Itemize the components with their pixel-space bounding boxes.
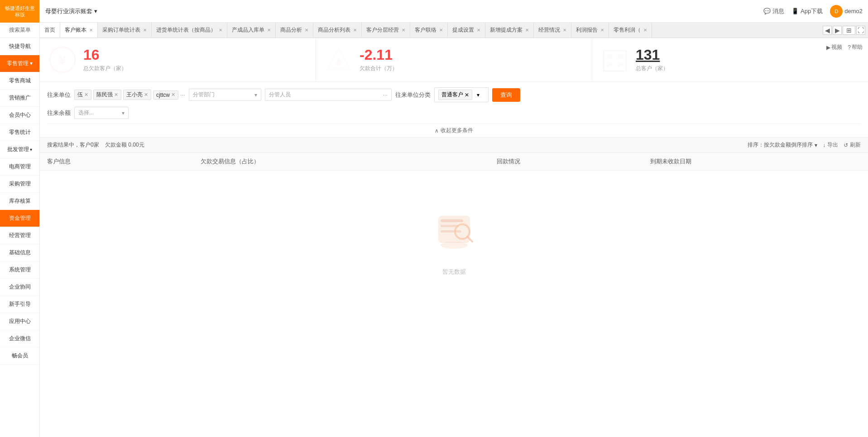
svg-rect-7	[607, 62, 612, 66]
tab-expand-button[interactable]: ⊞	[843, 26, 855, 35]
tab-product-list[interactable]: 商品分析列表 ✕	[313, 23, 362, 38]
query-button[interactable]: 查询	[492, 88, 520, 102]
stat-icon-building	[601, 46, 628, 73]
tab-close-icon[interactable]: ✕	[477, 28, 480, 33]
more-tags-btn[interactable]: ···	[180, 91, 185, 98]
refresh-button[interactable]: ↺ 刷新	[844, 141, 861, 149]
tab-retail-profit[interactable]: 零售利润（ ✕	[609, 23, 652, 38]
col-due-date: 到期未收款日期	[643, 153, 868, 171]
tab-close-icon[interactable]: ✕	[643, 28, 647, 33]
collapse-filter-btn[interactable]: ∧ 收起更多条件	[47, 124, 861, 137]
sidebar-item-marketing[interactable]: 营销推广	[0, 90, 39, 107]
stat-label-customers: 总欠款客户（家）	[83, 65, 127, 72]
dept-select[interactable]: 分管部门 ▾	[189, 89, 261, 101]
sidebar-item-guide[interactable]: 新手引导	[0, 296, 39, 313]
balance-select[interactable]: 选择... ▾	[74, 107, 129, 119]
sort-select[interactable]: 排序：按欠款金额倒序排序 ▾	[748, 141, 817, 149]
tab-finished-goods[interactable]: 产成品入库单 ✕	[227, 23, 276, 38]
topbar-left: 母婴行业演示账套 ▾	[45, 7, 97, 15]
sidebar-item-search[interactable]: 搜索菜单	[0, 23, 39, 38]
tab-close-icon[interactable]: ✕	[89, 28, 93, 33]
app-download-button[interactable]: 📱 App下载	[791, 7, 823, 15]
tab-close-icon[interactable]: ✕	[525, 28, 529, 33]
col-payment: 回款情况	[489, 153, 643, 171]
filter-row-unit: 往来单位 伍 ✕ 陈民强 ✕ 王小亮 ✕ cjttcw	[47, 87, 861, 102]
tab-customer-ledger[interactable]: 客户账本 ✕	[60, 23, 98, 38]
stat-icon-debt: ◆	[325, 46, 352, 73]
tab-operation[interactable]: 经营情况 ✕	[534, 23, 571, 38]
sidebar-item-basic-info[interactable]: 基础信息	[0, 244, 39, 261]
chevron-down-icon: ▾	[94, 8, 97, 14]
tag-remove-wu[interactable]: ✕	[84, 92, 88, 98]
export-button[interactable]: ↓ 导出	[823, 141, 838, 149]
tab-close-icon[interactable]: ✕	[267, 28, 271, 33]
account-selector[interactable]: 母婴行业演示账套 ▾	[45, 7, 97, 15]
stat-card-customers: ¥ 16 总欠款客户（家）	[40, 38, 316, 81]
unit-filter-label: 往来单位	[47, 91, 71, 99]
sidebar-item-purchase[interactable]: 采购管理	[0, 176, 39, 193]
balance-arrow-icon: ▾	[122, 110, 125, 116]
tag-remove-cj[interactable]: ✕	[171, 92, 175, 98]
tab-close-icon[interactable]: ✕	[439, 28, 443, 33]
stat-number-total: 131	[636, 47, 668, 63]
tab-product-analysis[interactable]: 商品分析 ✕	[276, 23, 313, 38]
tab-profit-report[interactable]: 利润报告 ✕	[571, 23, 609, 38]
classify-tag: 普通客户 ✕	[438, 90, 472, 100]
user-avatar[interactable]: D demo2	[830, 5, 863, 18]
tab-next-button[interactable]: ▶	[833, 26, 842, 35]
tab-close-icon[interactable]: ✕	[219, 28, 222, 33]
sidebar-item-finance[interactable]: 资金管理	[0, 210, 39, 227]
stat-info-debt: -2.11 欠款合计（万）	[360, 47, 398, 72]
sidebar-item-quicknav[interactable]: 快捷导航	[0, 38, 39, 55]
sidebar-item-wholesale[interactable]: 批发管理 ▾	[0, 141, 39, 158]
tab-prev-button[interactable]: ◀	[823, 26, 832, 35]
tab-commission-settings[interactable]: 提成设置 ✕	[448, 23, 485, 38]
tab-close-icon[interactable]: ✕	[353, 28, 357, 33]
classify-tag-remove[interactable]: ✕	[465, 92, 469, 98]
sidebar-item-collab[interactable]: 企业协同	[0, 279, 39, 296]
table-header-row: 客户信息 欠款交易信息（占比） 回款情况 到期未收款日期	[40, 153, 868, 171]
tab-close-icon[interactable]: ✕	[305, 28, 308, 33]
tab-purchase-order[interactable]: 采购订单统计表 ✕	[98, 23, 152, 38]
message-button[interactable]: 💬 消息	[763, 7, 784, 15]
tab-new-commission[interactable]: 新增提成方案 ✕	[485, 23, 534, 38]
classify-select[interactable]: 普通客户 ✕ ▾	[434, 87, 489, 102]
main-area: 母婴行业演示账套 ▾ 💬 消息 📱 App下载 D demo2 首页 客户账本	[40, 0, 868, 437]
tab-close-icon[interactable]: ✕	[600, 28, 604, 33]
sidebar-item-retail-stats[interactable]: 零售统计	[0, 124, 39, 141]
account-label: 母婴行业演示账套	[45, 7, 92, 15]
sidebar-item-operation[interactable]: 经营管理	[0, 227, 39, 244]
person-select[interactable]: 分管人员 ···	[265, 89, 392, 101]
help-links: ▶ 视频 ? 帮助	[826, 43, 863, 51]
classify-filter-label: 往来单位分类	[395, 91, 431, 99]
sidebar-item-inventory[interactable]: 库存核算	[0, 193, 39, 210]
tag-remove-chen[interactable]: ✕	[114, 92, 118, 98]
stat-label-total: 总客户（家）	[636, 65, 668, 72]
stat-number-customers: 16	[83, 47, 127, 63]
sidebar-item-retail[interactable]: 零售管理 ▾	[0, 55, 39, 72]
sidebar-item-wechat[interactable]: 企业微信	[0, 330, 39, 347]
stats-row: ¥ 16 总欠款客户（家） ◆ -2.11 欠款合计（万）	[40, 38, 868, 82]
filter-area: 往来单位 伍 ✕ 陈民强 ✕ 王小亮 ✕ cjttcw	[40, 82, 868, 137]
sidebar-item-ecom[interactable]: 电商管理	[0, 158, 39, 176]
unit-tag-wang: 王小亮 ✕	[123, 90, 151, 100]
tab-close-icon[interactable]: ✕	[563, 28, 566, 33]
tab-fullscreen-button[interactable]: ⛶	[856, 26, 865, 35]
sidebar-item-member-center[interactable]: 会员中心	[0, 107, 39, 124]
sidebar-item-retail-mall[interactable]: 零售商城	[0, 72, 39, 90]
collapse-up-icon: ∧	[435, 128, 439, 134]
sidebar-item-app-center[interactable]: 应用中心	[0, 313, 39, 330]
tab-customer-contact[interactable]: 客户联络 ✕	[410, 23, 448, 38]
sidebar-item-vip[interactable]: 畅会员	[0, 347, 39, 365]
video-help-link[interactable]: ▶ 视频	[826, 43, 842, 51]
tab-close-icon[interactable]: ✕	[143, 28, 147, 33]
page-content: ¥ 16 总欠款客户（家） ◆ -2.11 欠款合计（万）	[40, 38, 868, 437]
tag-remove-wang[interactable]: ✕	[144, 92, 148, 98]
tab-close-icon[interactable]: ✕	[402, 28, 405, 33]
sidebar-item-system[interactable]: 系统管理	[0, 261, 39, 279]
tab-customer-layer[interactable]: 客户分层经营 ✕	[362, 23, 410, 38]
tab-home[interactable]: 首页	[40, 23, 60, 38]
svg-rect-6	[618, 54, 623, 59]
doc-help-link[interactable]: ? 帮助	[848, 43, 863, 51]
tab-inbound-stats[interactable]: 进货单统计表（按商品） ✕	[152, 23, 227, 38]
